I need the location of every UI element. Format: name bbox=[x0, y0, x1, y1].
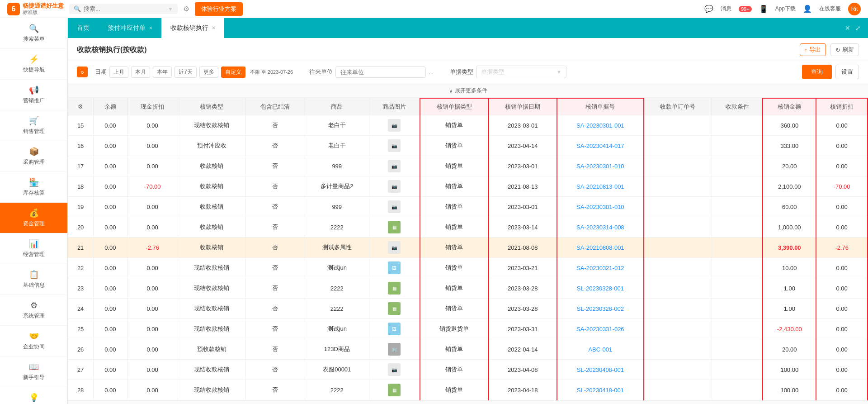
cell-order-no bbox=[644, 136, 712, 156]
date-btn-7days[interactable]: 近7天 bbox=[175, 67, 197, 78]
main-content: 首页 预付冲应付单 × 收款核销执行 × × ⤢ 收款核销执行(按收款) bbox=[68, 18, 868, 404]
bill-no-link[interactable]: SL-20230418-001 bbox=[577, 387, 624, 394]
query-button[interactable]: 查询 bbox=[802, 65, 832, 79]
sidebar-item-marketing[interactable]: 📢 营销推广 bbox=[0, 80, 67, 110]
tab-prepay-close-icon[interactable]: × bbox=[149, 25, 152, 31]
top-bar-right: 💬 消息 99+ 📱 App下载 👤 在线客服 Rit bbox=[704, 3, 861, 15]
cell-pay-cond bbox=[712, 156, 763, 176]
cell-goods-img: ▦ bbox=[369, 278, 420, 299]
date-btn-more[interactable]: 更多 bbox=[199, 67, 218, 78]
date-btn-this-year[interactable]: 本年 bbox=[153, 67, 172, 78]
sidebar-item-search[interactable]: 🔍 搜索菜单 bbox=[0, 18, 67, 49]
sidebar-item-guide[interactable]: 📖 新手引导 bbox=[0, 356, 67, 387]
bill-no-link[interactable]: SA-20230321-012 bbox=[576, 265, 624, 271]
sidebar-item-cooperation[interactable]: 🤝 企业协同 bbox=[0, 326, 67, 356]
cell-num: 15 bbox=[68, 115, 94, 136]
sidebar-item-basic[interactable]: 📋 基础信息 bbox=[0, 264, 67, 295]
industry-button[interactable]: 体验行业方案 bbox=[195, 2, 243, 16]
cell-discount: -70.00 bbox=[816, 176, 868, 197]
bill-type-select[interactable]: 单据类型 ▼ bbox=[476, 66, 566, 78]
expand-icon: ∨ bbox=[449, 88, 453, 94]
tab-collection[interactable]: 收款核销执行 × bbox=[161, 18, 224, 38]
cell-amount: 333.00 bbox=[763, 136, 816, 156]
settings-button[interactable]: 设置 bbox=[835, 65, 859, 79]
page-header: 收款核销执行(按收款) ↑ 导出 ↻ 刷新 bbox=[68, 38, 868, 60]
tab-collection-close-icon[interactable]: × bbox=[212, 25, 215, 31]
refresh-button[interactable]: ↻ 刷新 bbox=[830, 43, 859, 56]
cell-balance: 0.00 bbox=[94, 197, 127, 217]
sidebar-item-sales[interactable]: 🛒 销售管理 bbox=[0, 110, 67, 141]
cell-order-no bbox=[644, 238, 712, 258]
bill-no-link[interactable]: SA-20230301-001 bbox=[576, 122, 624, 129]
col-header-type: 核销类型 bbox=[178, 98, 245, 115]
sidebar-item-inventory[interactable]: 🏪 库存核算 bbox=[0, 172, 67, 203]
cell-discount: 0.00 bbox=[816, 115, 868, 136]
sidebar-item-purchase[interactable]: 📦 采购管理 bbox=[0, 141, 67, 172]
app-download-label[interactable]: App下载 bbox=[775, 5, 796, 13]
bill-no-link[interactable]: SL-20230328-002 bbox=[577, 305, 624, 312]
cell-amount: 60.00 bbox=[763, 197, 816, 217]
cell-discount: 0.00 bbox=[816, 299, 868, 319]
cell-order-no bbox=[644, 319, 712, 339]
col-header-goods: 商品 bbox=[305, 98, 369, 115]
quick-nav-icon: ⚡ bbox=[29, 54, 39, 64]
cell-type: 预付冲应收 bbox=[178, 136, 245, 156]
data-table: ⚙ 余额 现金折扣 核销类型 包含已结清 商品 商品图片 核销单据类型 核销单据… bbox=[68, 98, 868, 400]
bill-no-link[interactable]: SL-20230328-001 bbox=[577, 285, 624, 292]
bill-no-link[interactable]: SA-20210808-001 bbox=[576, 244, 624, 251]
table-row: 27 0.00 0.00 现结收款核销 否 衣服00001 📷 销货单 2023… bbox=[68, 360, 868, 380]
sidebar-item-quick[interactable]: ⚡ 快捷导航 bbox=[0, 49, 67, 80]
sidebar-item-purchase-label: 采购管理 bbox=[23, 158, 45, 166]
tab-prepay[interactable]: 预付冲应付单 × bbox=[99, 18, 161, 38]
date-btn-custom[interactable]: 自定义 bbox=[221, 67, 245, 78]
bill-no-link[interactable]: SA-20230314-008 bbox=[576, 224, 624, 231]
chevron-down-icon: ▼ bbox=[168, 6, 173, 12]
cell-type: 现结收款核销 bbox=[178, 258, 245, 278]
bill-no-link[interactable]: SA-20230414-017 bbox=[576, 143, 624, 149]
cell-balance: 0.00 bbox=[94, 258, 127, 278]
date-btn-this-month[interactable]: 本月 bbox=[131, 67, 150, 78]
cell-included: 否 bbox=[245, 319, 305, 339]
cell-cash-discount: 0.00 bbox=[127, 339, 178, 360]
table-row: 23 0.00 0.00 现结收款核销 否 2222 ▦ 销货单 2023-03… bbox=[68, 278, 868, 299]
bill-no-link[interactable]: SL-20230408-001 bbox=[577, 366, 624, 373]
filter-toggle-button[interactable]: » bbox=[77, 67, 88, 77]
expand-more-bar[interactable]: ∨ 展开更多条件 bbox=[68, 84, 868, 98]
from-unit-input[interactable] bbox=[335, 67, 426, 78]
cell-pay-cond bbox=[712, 176, 763, 197]
cell-bill-date: 2023-04-18 bbox=[489, 380, 557, 400]
goods-image: 📷 bbox=[388, 119, 401, 132]
export-button[interactable]: ↑ 导出 bbox=[800, 43, 826, 56]
user-avatar[interactable]: Rit bbox=[848, 3, 861, 15]
bill-type-value: 单据类型 bbox=[481, 68, 505, 76]
bill-no-link[interactable]: SA-20210813-001 bbox=[576, 183, 624, 190]
cell-cash-discount: 0.00 bbox=[127, 278, 178, 299]
cell-order-no bbox=[644, 339, 712, 360]
date-btn-last-month[interactable]: 上月 bbox=[109, 67, 128, 78]
online-service-label[interactable]: 在线客服 bbox=[819, 5, 841, 13]
col-header-settings[interactable]: ⚙ bbox=[68, 98, 94, 115]
cell-num: 26 bbox=[68, 339, 94, 360]
cell-bill-no: SL-20230408-001 bbox=[557, 360, 644, 380]
sidebar-item-finance[interactable]: 💰 资金管理 bbox=[0, 203, 67, 233]
sidebar-item-hardware[interactable]: 💡 智能硬件 bbox=[0, 387, 67, 404]
close-window-icon[interactable]: × bbox=[845, 24, 850, 33]
cell-pay-cond bbox=[712, 258, 763, 278]
tab-home[interactable]: 首页 bbox=[68, 18, 99, 38]
sidebar-item-operation[interactable]: 📊 经营管理 bbox=[0, 233, 67, 264]
bill-no-link[interactable]: SA-20230301-010 bbox=[576, 204, 624, 210]
cell-bill-no: SA-20230321-012 bbox=[557, 258, 644, 278]
maximize-icon[interactable]: ⤢ bbox=[855, 24, 861, 32]
cell-goods: 测试多属性 bbox=[305, 238, 369, 258]
cell-bill-date: 2023-03-01 bbox=[489, 156, 557, 176]
search-input[interactable] bbox=[84, 5, 165, 12]
cell-bill-type: 销货单 bbox=[420, 339, 489, 360]
gear-icon[interactable]: ⚙ bbox=[183, 5, 189, 13]
sidebar-item-system[interactable]: ⚙ 系统管理 bbox=[0, 295, 67, 326]
cell-bill-no: ABC-001 bbox=[557, 339, 644, 360]
bill-no-link[interactable]: ABC-001 bbox=[588, 346, 612, 353]
cell-bill-no: SA-20210813-001 bbox=[557, 176, 644, 197]
message-label[interactable]: 消息 bbox=[721, 5, 731, 13]
bill-no-link[interactable]: SA-20230331-026 bbox=[576, 326, 624, 333]
bill-no-link[interactable]: SA-20230301-010 bbox=[576, 163, 624, 170]
